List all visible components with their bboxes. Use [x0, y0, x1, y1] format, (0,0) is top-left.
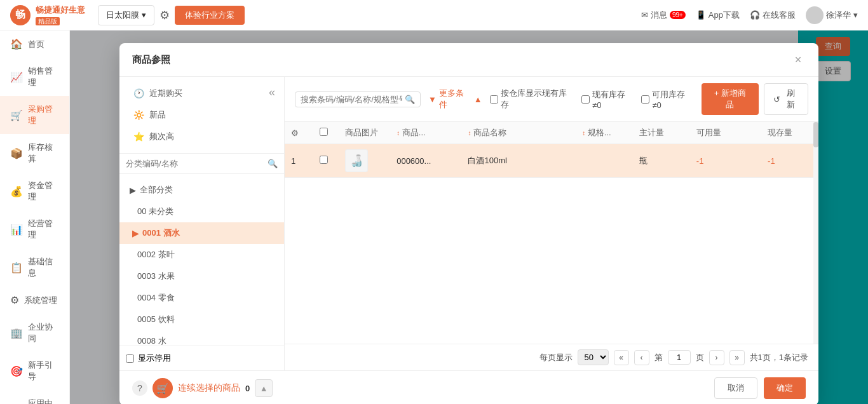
- tree-item-unclassified[interactable]: 00 未分类: [119, 201, 284, 222]
- th-img: 商品图片: [339, 122, 390, 144]
- tree-item-beverages[interactable]: 0005 饮料: [119, 309, 284, 330]
- modal-footer: ? 🛒 连续选择的商品 0 ▲ 取消 确定: [119, 370, 818, 404]
- warehouse-display-checkbox[interactable]: [490, 95, 498, 104]
- th-settings: ⚙: [285, 122, 313, 144]
- sidebar-item-guide[interactable]: 🎯 新手引导: [0, 352, 69, 390]
- select-all-checkbox[interactable]: [320, 128, 328, 136]
- product-table: ⚙ 商品图片: [285, 122, 818, 178]
- page-input[interactable]: [668, 350, 691, 365]
- tree-item-liquor[interactable]: ▶ 0001 酒水: [119, 222, 284, 244]
- left-panel: 🕐 近期购买 🔆 新品 ⭐ 频次高: [119, 77, 285, 370]
- sidebar-item-apps[interactable]: 📱 应用中心: [0, 390, 69, 404]
- messages-button[interactable]: ✉ 消息 99+: [641, 10, 686, 21]
- table-body: 1 🍶: [285, 144, 818, 178]
- next-page-button[interactable]: ›: [709, 350, 724, 365]
- collapse-up-button[interactable]: ▲: [255, 379, 273, 397]
- sidebar-item-home[interactable]: 🏠 首页: [0, 30, 69, 58]
- home-icon: 🏠: [10, 38, 23, 50]
- add-product-button[interactable]: + 新增商品: [702, 83, 759, 115]
- sidebar-item-purchase[interactable]: 🛒 采购管理: [0, 96, 69, 134]
- product-search-icon[interactable]: 🔍: [405, 95, 415, 104]
- product-code-cell: 000600...: [390, 144, 461, 178]
- sidebar: 🏠 首页 📈 销售管理 🛒 采购管理 📦 库存核算 💰 资金管理 📊 经营管理 …: [0, 30, 70, 404]
- online-service-button[interactable]: 🎧 在线客服: [750, 10, 796, 21]
- filter-icon: ▼: [428, 95, 437, 104]
- product-reference-modal: 商品参照 × 🕐 近期购买: [119, 43, 818, 404]
- sidebar-item-operations[interactable]: 📊 经营管理: [0, 210, 69, 248]
- tree-arrow-liquor: ▶: [132, 229, 139, 238]
- sidebar-item-base-info[interactable]: 📋 基础信息: [0, 248, 69, 286]
- category-search-input[interactable]: [126, 159, 264, 168]
- warehouse-display-checkbox-label[interactable]: 按仓库显示现有库存: [490, 88, 574, 111]
- cancel-button[interactable]: 取消: [714, 377, 757, 399]
- product-avail-cell: -1: [690, 144, 761, 178]
- product-thumbnail-cell: 🍶: [339, 144, 390, 178]
- help-button[interactable]: ?: [132, 380, 147, 396]
- sidebar-item-sales[interactable]: 📈 销售管理: [0, 58, 69, 96]
- th-name[interactable]: ↕ 商品名称: [461, 122, 576, 144]
- top-nav: 畅 畅捷通好生意 精品版 日太阳膜 ▾ ⚙ 体验行业方案 ✉ 消息 99+ 📱 …: [0, 0, 868, 30]
- table-row[interactable]: 1 🍶: [285, 144, 818, 178]
- right-toolbar: 🔍 ▼ 更多条件 ▲ 按仓库显示现有库存: [285, 77, 818, 122]
- page-info: 共1页，1条记录: [750, 352, 808, 363]
- user-menu[interactable]: 徐泽华 ▾: [806, 6, 858, 24]
- prev-page-button[interactable]: ‹: [634, 350, 649, 365]
- scrollbar-thumb[interactable]: [813, 122, 818, 147]
- show-disabled-checkbox[interactable]: [126, 354, 134, 363]
- avail-stock-checkbox[interactable]: [641, 95, 649, 104]
- category-search-button[interactable]: 🔍: [268, 159, 278, 168]
- sidebar-item-finance[interactable]: 💰 资金管理: [0, 172, 69, 210]
- product-name-cell: 白酒100ml: [461, 144, 576, 178]
- tab-new-products[interactable]: 🔆 新品: [126, 105, 266, 125]
- avail-stock-checkbox-label[interactable]: 可用库存≠0: [641, 89, 693, 110]
- page-size-select[interactable]: 50: [578, 349, 609, 365]
- row-checkbox[interactable]: [320, 156, 328, 164]
- th-spec[interactable]: ↕ 规格...: [576, 122, 633, 144]
- product-search-wrap: 🔍: [295, 91, 421, 107]
- settings-col-icon: ⚙: [291, 128, 299, 138]
- tab-recent-purchase[interactable]: 🕐 近期购买: [126, 83, 266, 104]
- trial-button[interactable]: 体验行业方案: [175, 6, 245, 25]
- product-search-input[interactable]: [301, 95, 402, 104]
- clock-icon: 🕐: [133, 88, 144, 98]
- settings-icon-button[interactable]: ⚙: [154, 5, 175, 25]
- row-checkbox-cell: [313, 144, 339, 178]
- current-stock-checkbox-label[interactable]: 现有库存≠0: [581, 89, 634, 110]
- refresh-button[interactable]: ↺ C 刷新 刷新: [764, 83, 808, 115]
- sidebar-item-enterprise[interactable]: 🏢 企业协同: [0, 314, 69, 352]
- star-icon: ⭐: [133, 131, 144, 142]
- phone-icon: 📱: [696, 10, 706, 20]
- main-layout: 🏠 首页 📈 销售管理 🛒 采购管理 📦 库存核算 💰 资金管理 📊 经营管理 …: [0, 30, 868, 404]
- nav-dropdown[interactable]: 日太阳膜 ▾: [98, 5, 154, 25]
- confirm-button[interactable]: 确定: [764, 377, 806, 399]
- sidebar-item-inventory[interactable]: 📦 库存核算: [0, 134, 69, 172]
- cart-button[interactable]: 🛒: [153, 378, 173, 398]
- collapse-left-button[interactable]: «: [266, 83, 278, 102]
- tree-item-snacks[interactable]: 0004 零食: [119, 287, 284, 309]
- app-download-button[interactable]: 📱 App下载: [696, 10, 740, 21]
- finance-icon: 💰: [10, 185, 23, 198]
- sidebar-item-system[interactable]: ⚙ 系统管理: [0, 286, 69, 314]
- tree-item-all[interactable]: ▶ 全部分类: [119, 179, 284, 201]
- first-page-button[interactable]: «: [614, 350, 629, 365]
- tree-item-fruit[interactable]: 0003 水果: [119, 266, 284, 287]
- pagination-area: 每页显示 50 « ‹ 第 页 › » 共1页，1条记录: [285, 344, 818, 370]
- tree-item-tea[interactable]: 0002 茶叶: [119, 244, 284, 266]
- scrollbar-track[interactable]: [813, 122, 818, 344]
- current-stock-checkbox[interactable]: [581, 95, 590, 104]
- tab-frequent[interactable]: ⭐ 频次高: [126, 126, 266, 147]
- left-panel-footer: 显示停用: [119, 346, 284, 370]
- product-thumbnail: 🍶: [345, 149, 368, 172]
- product-table-wrap: ⚙ 商品图片: [285, 122, 818, 344]
- chevron-up-icon: ▲: [474, 95, 482, 104]
- logo-icon: 畅: [10, 5, 31, 25]
- last-page-button[interactable]: »: [729, 350, 745, 365]
- tree-item-water[interactable]: 0008 水: [119, 330, 284, 346]
- sort-code-icon: ↕: [397, 130, 400, 137]
- show-disabled-label: 显示停用: [138, 353, 171, 364]
- row-num: 1: [285, 144, 313, 178]
- th-code[interactable]: ↕ 商品...: [390, 122, 461, 144]
- modal-close-button[interactable]: ×: [790, 52, 806, 67]
- more-filters-button[interactable]: ▼ 更多条件 ▲: [428, 88, 482, 111]
- th-avail: 可用量: [690, 122, 761, 144]
